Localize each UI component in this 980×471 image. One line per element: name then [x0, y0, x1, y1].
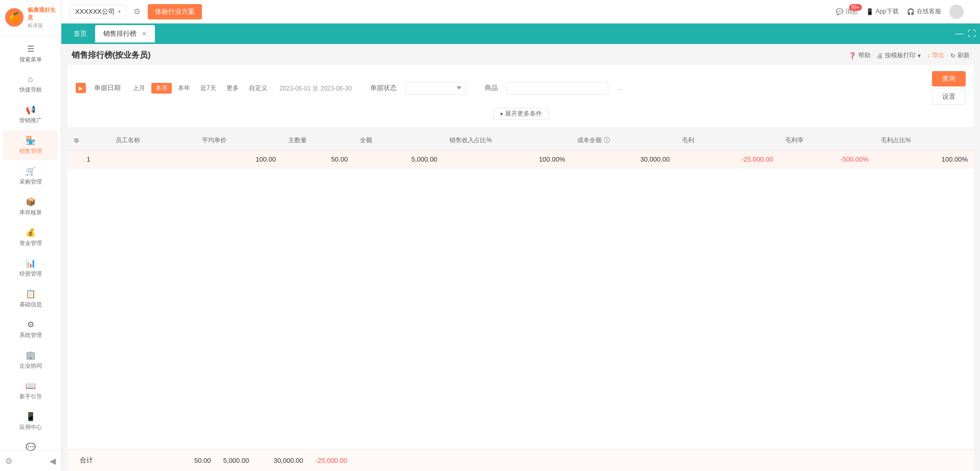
tab-expand-button[interactable]: ⛶: [968, 29, 976, 38]
cell-rank: 1: [67, 150, 109, 169]
sidebar-item-search[interactable]: ☰ 搜索菜单: [3, 39, 58, 69]
sidebar-item-purchase[interactable]: 🛒 采购管理: [3, 161, 58, 191]
th-gross-pct: 毛利占比%: [875, 131, 974, 150]
sidebar-item-enterprise[interactable]: 🏢 企业协同: [3, 345, 58, 375]
sidebar-settings-icon[interactable]: ⚙: [5, 456, 12, 466]
expand-conditions-button[interactable]: ▾ 展开更多条件: [493, 108, 549, 120]
filter-toggle-icon: ▶: [79, 85, 83, 91]
cell-employee: [109, 150, 196, 169]
sidebar-item-weixin[interactable]: 💬 企业微信: [3, 437, 58, 451]
cell-gross-rate: -500.00%: [779, 150, 875, 169]
refresh-button[interactable]: ↻ 刷新: [950, 51, 970, 60]
footer-amount: 5,000.00: [217, 455, 256, 466]
table-scroll[interactable]: ⚙ 员工名称 平均单价 主数量 全额 销售收入占比% 成本全额 ⓘ 毛利 毛利率…: [67, 131, 974, 449]
chevron-down-icon: ▾: [118, 9, 121, 14]
sidebar-item-label: 营销推广: [19, 117, 42, 124]
more-filter-icon[interactable]: ...: [617, 84, 622, 92]
table-row[interactable]: 1100.0050.005,000.00100.00%30,000.00-25,…: [67, 150, 974, 169]
filter-area: ▶ 单据日期 上月 本月 本年 近7天 更多 自定义 2023-06-01 至 …: [67, 65, 974, 127]
th-sales-pct: 销售收入占比%: [443, 131, 571, 150]
sidebar-item-operations[interactable]: 📊 经营管理: [3, 253, 58, 283]
table-area: ⚙ 员工名称 平均单价 主数量 全额 销售收入占比% 成本全额 ⓘ 毛利 毛利率…: [67, 131, 974, 471]
marketing-icon: 📢: [26, 105, 36, 115]
cell-amount: 5,000.00: [354, 150, 443, 169]
topbar-gear-icon[interactable]: ⚙: [131, 5, 143, 18]
sidebar-item-inventory[interactable]: 📦 库存核算: [3, 192, 58, 221]
page-title: 销售排行榜(按业务员): [72, 50, 151, 61]
export-icon: ↓: [927, 52, 930, 59]
footer-total-label: 合计: [80, 456, 93, 464]
app-download-button[interactable]: 📱 App下载: [866, 7, 899, 16]
message-button[interactable]: 💬 消息 99+: [836, 7, 858, 16]
date-tab-7days[interactable]: 近7天: [196, 83, 220, 94]
th-employee: 员工名称: [109, 131, 196, 150]
date-tab-curr[interactable]: 本月: [151, 83, 172, 94]
date-tab-prev[interactable]: 上月: [129, 83, 149, 94]
tab-sales-rank[interactable]: 销售排行榜 ✕: [95, 25, 155, 42]
goods-filter-label: 商品: [485, 83, 498, 93]
query-button[interactable]: 查询: [932, 71, 966, 86]
status-select[interactable]: [405, 82, 466, 95]
sidebar-item-sales[interactable]: 🏪 销售管理: [3, 130, 58, 160]
inventory-icon: 📦: [26, 197, 36, 207]
print-button[interactable]: 🖨 按模板打印 ▾: [877, 51, 921, 60]
goods-input[interactable]: [506, 82, 608, 95]
sidebar-item-finance[interactable]: 💰 资金管理: [3, 222, 58, 252]
footer-main-qty: 50.00: [188, 455, 217, 466]
sidebar-item-label: 基础信息: [19, 301, 42, 308]
tab-close-icon[interactable]: ✕: [142, 30, 147, 37]
user-avatar[interactable]: [949, 5, 964, 19]
expand-icon: ▾: [500, 110, 503, 118]
logo-area: 🍊 畅康通好生意 标准版: [0, 0, 61, 36]
print-chevron-icon: ▾: [918, 52, 921, 59]
sidebar-item-guide[interactable]: 📖 新手引导: [3, 376, 58, 406]
date-tab-year[interactable]: 本年: [174, 83, 194, 94]
sidebar: 🍊 畅康通好生意 标准版 ☰ 搜索菜单 ⌂ 快捷导航 📢 营销推广 🏪 销售管理…: [0, 0, 61, 471]
sidebar-item-label: 销售管理: [19, 147, 42, 155]
status-filter-label: 单据状态: [370, 83, 397, 93]
column-settings-icon[interactable]: ⚙: [74, 137, 79, 144]
topbar-right: 💬 消息 99+ 📱 App下载 🎧 在线客服: [836, 5, 972, 19]
help-button[interactable]: ❓ 帮助: [849, 51, 871, 60]
print-icon: 🖨: [877, 52, 883, 59]
help-icon: ❓: [849, 52, 856, 59]
sidebar-item-label: 采购管理: [19, 178, 42, 186]
sidebar-item-label: 资金管理: [19, 239, 42, 247]
date-tabs: 上月 本月 本年 近7天 更多 自定义: [129, 83, 271, 94]
online-service-button[interactable]: 🎧 在线客服: [907, 7, 941, 16]
cell-sales-pct: 100.00%: [443, 150, 571, 169]
sidebar-item-quicknav[interactable]: ⌂ 快捷导航: [3, 70, 58, 99]
footer-sales-pct: [255, 458, 267, 462]
export-button[interactable]: ↓ 导出: [927, 51, 944, 60]
sidebar-item-basicinfo[interactable]: 📋 基础信息: [3, 284, 58, 313]
logo-icon: 🍊: [5, 8, 24, 27]
tab-home[interactable]: 首页: [65, 25, 95, 42]
content-area: 销售排行榜(按业务员) ❓ 帮助 🖨 按模板打印 ▾ ↓ 导出 ↻ 刷新: [61, 44, 980, 471]
sidebar-item-system[interactable]: ⚙ 系统管理: [3, 315, 58, 344]
main-area: XXXXXX公司 ▾ ⚙ 体验行业方案 💬 消息 99+ 📱 App下载 🎧 在…: [61, 0, 980, 471]
sidebar-bottom: ⚙ ◀: [0, 451, 61, 471]
th-main-qty: 主数量: [282, 131, 354, 150]
cell-gross-pct: 100.00%: [875, 150, 974, 169]
cell-gross: -25,000.00: [676, 150, 779, 169]
sidebar-collapse-icon[interactable]: ◀: [50, 456, 56, 466]
filter-buttons: 查询 设置: [932, 71, 966, 105]
settings-button[interactable]: 设置: [932, 88, 966, 105]
help-label: 帮助: [858, 51, 871, 60]
date-tab-custom[interactable]: 自定义: [245, 83, 271, 94]
tab-minimize-button[interactable]: —: [955, 29, 964, 38]
print-label: 按模板打印: [885, 51, 916, 60]
headset-icon: 🎧: [907, 8, 915, 15]
filter-toggle-button[interactable]: ▶: [76, 83, 86, 93]
footer-row: 合计 50.00 5,000.00 30,000.00 -25,000.00: [74, 454, 968, 467]
sidebar-item-appcenter[interactable]: 📱 应用中心: [3, 407, 58, 436]
date-filter-label: 单据日期: [94, 83, 121, 93]
date-tab-more[interactable]: 更多: [222, 83, 243, 94]
trial-button[interactable]: 体验行业方案: [148, 4, 202, 19]
online-service-label: 在线客服: [917, 7, 941, 16]
footer-avg-price: [176, 458, 188, 462]
message-badge: 99+: [849, 4, 862, 11]
footer-label: 合计: [74, 454, 176, 467]
sidebar-item-marketing[interactable]: 📢 营销推广: [3, 100, 58, 129]
company-selector[interactable]: XXXXXX公司 ▾: [70, 5, 126, 19]
